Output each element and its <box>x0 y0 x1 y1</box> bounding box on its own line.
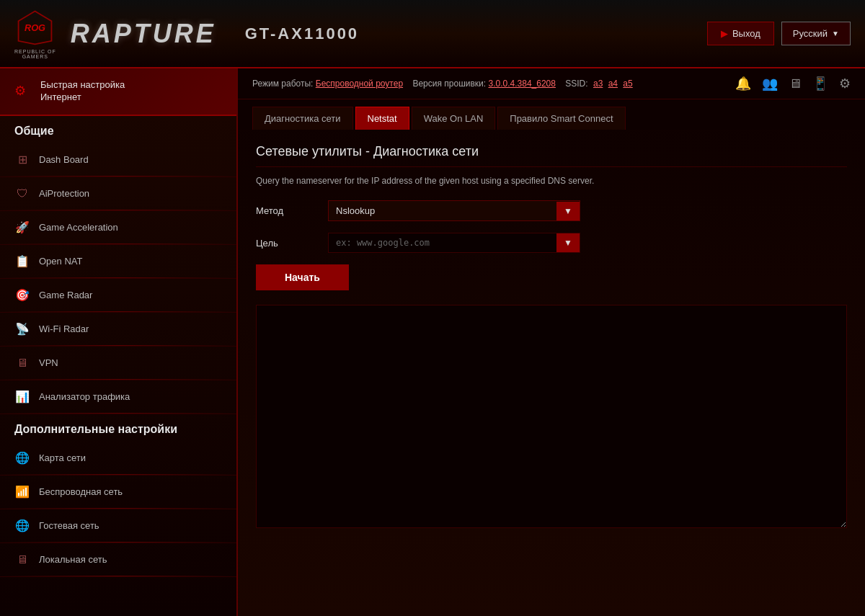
rapture-logo: RAPTURE <box>71 21 216 47</box>
ssid-link-2[interactable]: а4 <box>608 79 618 89</box>
method-control: Nslookup Ping Traceroute ▼ <box>328 200 580 221</box>
network-icon[interactable]: 🖥 <box>789 76 802 91</box>
target-control: ▼ <box>328 233 580 253</box>
ssid-label: SSID: <box>565 79 587 89</box>
mode-value-link[interactable]: Беспроводной роутер <box>316 79 403 89</box>
advanced-section-header: Дополнительные настройки <box>0 414 236 442</box>
sidebar-item-label: VPN <box>39 357 58 368</box>
general-section-header: Общие <box>0 116 236 143</box>
page-description: Query the nameserver for the IP address … <box>256 176 847 186</box>
traffic-analyzer-icon: 📊 <box>14 389 30 405</box>
sidebar-item-label: Wi-Fi Radar <box>39 323 89 334</box>
sidebar-item-game-radar[interactable]: 🎯 Game Radar <box>0 279 236 313</box>
target-label: Цель <box>256 238 328 249</box>
tab-diagnostics[interactable]: Диагностика сети <box>252 107 353 130</box>
target-row: Цель ▼ <box>256 233 847 253</box>
notification-icon[interactable]: 🔔 <box>735 76 751 91</box>
sidebar-item-vpn[interactable]: 🖥 VPN <box>0 347 236 380</box>
guest-network-icon: 🌐 <box>14 518 30 534</box>
output-textarea[interactable] <box>256 305 847 528</box>
sidebar-item-label: Беспроводная сеть <box>39 486 123 497</box>
wireless-icon: 📶 <box>14 484 30 500</box>
sidebar-item-label: Game Radar <box>39 290 92 300</box>
target-input[interactable] <box>329 233 556 252</box>
model-text: GT-AX11000 <box>245 24 359 43</box>
sidebar-item-open-nat[interactable]: 📋 Open NAT <box>0 245 236 279</box>
tabs-bar: Диагностика сети Netstat Wake On LAN Пра… <box>238 99 865 130</box>
sidebar-item-wifi-radar[interactable]: 📡 Wi-Fi Radar <box>0 313 236 347</box>
language-button[interactable]: Русский <box>781 22 851 45</box>
page-content: Сетевые утилиты - Диагностика сети Query… <box>238 130 865 545</box>
quick-setup-text: Быстрая настройка Интернет <box>40 79 125 104</box>
header-brand: RAPTURE GT-AX11000 <box>63 21 707 47</box>
game-radar-icon: 🎯 <box>14 287 30 303</box>
lan-icon: 🖥 <box>14 552 30 568</box>
sidebar-item-label: Локальная сеть <box>39 554 107 565</box>
tab-netstat[interactable]: Netstat <box>355 107 409 130</box>
method-select-wrapper: Nslookup Ping Traceroute ▼ <box>328 200 580 221</box>
sidebar-item-traffic-analyzer[interactable]: 📊 Анализатор трафика <box>0 380 236 414</box>
method-select[interactable]: Nslookup Ping Traceroute <box>329 201 556 220</box>
ssid-link-1[interactable]: а3 <box>593 79 603 89</box>
svg-text:ROG: ROG <box>25 22 45 33</box>
sidebar-item-wireless[interactable]: 📶 Беспроводная сеть <box>0 476 236 509</box>
aiprotection-icon: 🛡 <box>14 186 30 202</box>
target-input-wrapper: ▼ <box>328 233 580 253</box>
logo-area: ROG REPUBLIC OFGAMERS <box>14 8 56 59</box>
sidebar-item-label: Open NAT <box>39 256 82 267</box>
exit-button[interactable]: Выход <box>707 22 774 45</box>
firmware-label: Версия прошивки: <box>412 79 486 89</box>
sidebar-item-guest-network[interactable]: 🌐 Гостевая сеть <box>0 509 236 543</box>
info-bar: Режим работы: Беспроводной роутер Версия… <box>238 68 865 99</box>
mode-label: Режим работы: <box>252 79 313 89</box>
sidebar-item-label: AiProtection <box>39 188 89 199</box>
sidebar-item-aiprotection[interactable]: 🛡 AiProtection <box>0 177 236 211</box>
game-acceleration-icon: 🚀 <box>14 220 30 236</box>
info-bar-text: Режим работы: Беспроводной роутер Версия… <box>252 79 633 89</box>
ssid-link-3[interactable]: а5 <box>623 79 632 89</box>
sidebar-item-label: Анализатор трафика <box>39 391 130 402</box>
sidebar-item-label: Карта сети <box>39 452 86 463</box>
header-controls: Выход Русский <box>707 22 851 45</box>
brand-title: RAPTURE GT-AX11000 <box>71 21 359 47</box>
sidebar-item-dashboard[interactable]: ⊞ Dash Board <box>0 143 236 177</box>
method-select-arrow[interactable]: ▼ <box>556 202 580 220</box>
header: ROG REPUBLIC OFGAMERS RAPTURE GT-AX11000… <box>0 0 865 68</box>
device-icon[interactable]: 📱 <box>812 76 828 91</box>
sidebar-item-label: Гостевая сеть <box>39 520 99 531</box>
sidebar-item-game-acceleration[interactable]: 🚀 Game Acceleration <box>0 211 236 245</box>
content-area: Режим работы: Беспроводной роутер Версия… <box>238 68 865 616</box>
quick-setup-button[interactable]: ⚙ Быстрая настройка Интернет <box>0 68 236 116</box>
sidebar-item-network-map[interactable]: 🌐 Карта сети <box>0 442 236 476</box>
quick-setup-icon: ⚙ <box>14 83 32 100</box>
republic-text: REPUBLIC OFGAMERS <box>14 49 56 59</box>
sidebar-item-label: Dash Board <box>39 154 89 165</box>
tab-wake-on-lan[interactable]: Wake On LAN <box>412 107 496 130</box>
method-label: Метод <box>256 205 328 216</box>
wifi-radar-icon: 📡 <box>14 321 30 337</box>
network-map-icon: 🌐 <box>14 450 30 466</box>
settings-icon[interactable]: ⚙ <box>839 76 851 91</box>
target-dropdown-button[interactable]: ▼ <box>556 233 580 252</box>
users-icon[interactable]: 👥 <box>762 76 778 91</box>
sidebar-item-lan[interactable]: 🖥 Локальная сеть <box>0 543 236 577</box>
main-layout: ⚙ Быстрая настройка Интернет Общие ⊞ Das… <box>0 68 865 616</box>
start-button[interactable]: Начать <box>256 264 349 290</box>
header-icons: 🔔 👥 🖥 📱 ⚙ <box>735 76 851 91</box>
rog-logo-icon: ROG <box>15 8 55 48</box>
dashboard-icon: ⊞ <box>14 152 30 168</box>
vpn-icon: 🖥 <box>14 355 30 371</box>
sidebar: ⚙ Быстрая настройка Интернет Общие ⊞ Das… <box>0 68 238 616</box>
method-row: Метод Nslookup Ping Traceroute ▼ <box>256 200 847 221</box>
page-title: Сетевые утилиты - Диагностика сети <box>256 144 847 167</box>
open-nat-icon: 📋 <box>14 254 30 269</box>
sidebar-item-label: Game Acceleration <box>39 222 118 233</box>
firmware-value-link[interactable]: 3.0.0.4.384_6208 <box>489 79 556 89</box>
tab-smart-connect[interactable]: Правило Smart Connect <box>497 107 625 130</box>
